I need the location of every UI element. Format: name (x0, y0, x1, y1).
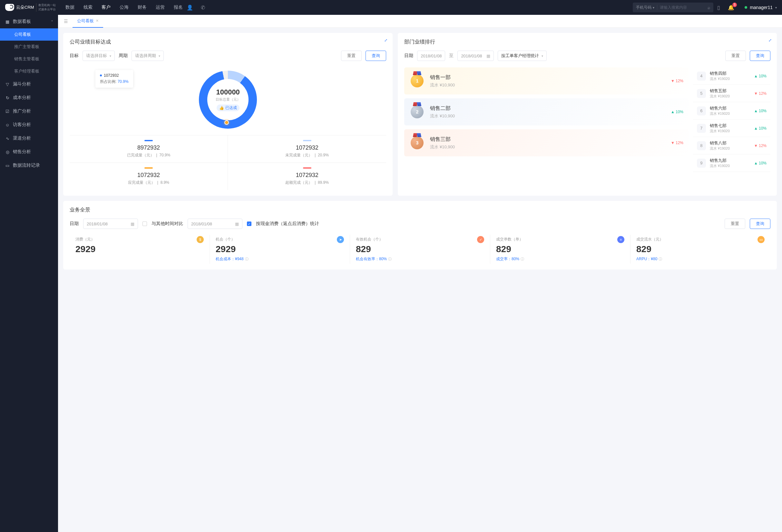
rank-row: 6销售六部流水 ¥19020▲10% (693, 102, 771, 119)
sidebar-item-icon: ▭ (5, 163, 10, 168)
department-ranking-card: ⤢ 部门业绩排行 日期 2018/01/08 至 2018/01/08▦ 按工单… (398, 33, 777, 196)
sidebar-item-1[interactable]: ↻成本分析 (0, 91, 58, 104)
user-icon[interactable]: 👤 (187, 4, 193, 11)
metric-card: $消费（元）2929 (70, 235, 210, 264)
sidebar-sub-0[interactable]: 公司看板 (0, 28, 58, 41)
goal-achievement-card: ⤢ 公司业绩目标达成 目标 请选择目标▾ 周期 请选择周期▾ 重置 查询 107… (63, 33, 393, 196)
sidebar-item-4[interactable]: ∿渠道分析 (0, 132, 58, 145)
notification-badge: 5 (732, 3, 737, 7)
reset-button[interactable]: 重置 (341, 50, 362, 61)
username: manager11 (750, 5, 773, 10)
metric-icon: ▭ (757, 236, 765, 243)
sidebar-item-icon: ∿ (5, 136, 10, 141)
sidebar-item-2[interactable]: ☑推广分析 (0, 104, 58, 118)
nav-item-2[interactable]: 客户 (102, 4, 111, 10)
compare-date-input[interactable]: 2018/01/08▦ (188, 219, 242, 229)
target-select[interactable]: 请选择目标▾ (82, 50, 115, 61)
search-input[interactable] (660, 5, 705, 10)
logo-title: 云朵CRM (16, 5, 34, 10)
nav-item-0[interactable]: 数据 (65, 4, 74, 10)
rank-row: 8销售八部流水 ¥19020▼12% (693, 137, 771, 154)
sidebar-item-5[interactable]: ◎销售分析 (0, 145, 58, 158)
compare-checkbox[interactable] (142, 221, 147, 226)
main-nav: 数据线索客户公海财务运营报名 (65, 4, 183, 10)
status-dot-icon (745, 6, 747, 9)
nav-item-4[interactable]: 财务 (138, 4, 147, 10)
delta-badge: ▲10% (754, 161, 767, 166)
help-icon[interactable]: ⓘ (659, 257, 662, 261)
search-box: 手机号码▾ ⌕ (633, 3, 713, 12)
cash-stat-checkbox[interactable]: ✓ (247, 221, 251, 226)
close-icon[interactable]: ✕ (96, 19, 99, 23)
stat-cell: 1072932未完成量（元） | 20.9% (228, 135, 386, 163)
sidebar-group-dashboard[interactable]: ▦ 数据看板 ˄ (0, 15, 58, 28)
medal-card-3: 3销售三部流水 ¥10,900▼12% (404, 129, 688, 156)
reset-button[interactable]: 重置 (725, 50, 746, 61)
logo[interactable]: 云朵CRM 教育机构一站 式服务云平台 (5, 3, 56, 11)
search-icon[interactable]: ⌕ (708, 5, 710, 10)
business-overview-card: 业务全景 日期 2018/01/08▦ 与其他时间对比 2018/01/08▦ … (63, 201, 777, 270)
donut-chart: 100000 目标总量（元） 👍已达成 (199, 71, 257, 129)
sidebar-sub-1[interactable]: 推广主管看板 (0, 41, 58, 53)
nav-item-3[interactable]: 公海 (119, 4, 129, 10)
query-button[interactable]: 查询 (365, 50, 386, 61)
chart-tooltip: 1072932 所占比例: 70.9% (96, 70, 133, 88)
nav-item-1[interactable]: 线索 (83, 4, 93, 10)
search-type-select[interactable]: 手机号码▾ (636, 5, 654, 10)
card-title: 业务全景 (70, 207, 771, 213)
sidebar-sub-2[interactable]: 销售主管看板 (0, 53, 58, 65)
help-icon[interactable]: ⓘ (521, 257, 524, 261)
sidebar-sub-3[interactable]: 客户经理看板 (0, 65, 58, 77)
metric-icon: ➤ (337, 236, 344, 243)
expand-icon[interactable]: ⤢ (384, 38, 387, 42)
main-content: ☰ 公司看板 ✕ ⤢ 公司业绩目标达成 目标 请选择目标▾ 周期 请选择周期▾ … (58, 15, 782, 532)
user-menu[interactable]: manager11 ▾ (745, 5, 777, 10)
delta-badge: ▼12% (754, 143, 767, 148)
rank-row: 9销售九部流水 ¥19020▲10% (693, 154, 771, 172)
delta-badge: ▼12% (671, 141, 683, 145)
sidebar-item-icon: ☺ (5, 122, 10, 127)
sidebar-item-icon: ☑ (5, 109, 10, 114)
chevron-up-icon: ˄ (51, 20, 53, 24)
delta-badge: ▲10% (754, 74, 767, 78)
stat-cell: 8972932已完成量（元） | 70.9% (70, 135, 228, 163)
help-icon[interactable]: ⓘ (245, 257, 249, 261)
mobile-icon[interactable]: ▯ (717, 4, 720, 11)
metric-icon: ≡ (617, 236, 625, 243)
metric-card: ≡成交单数（单）829成交率：80%ⓘ (490, 235, 631, 264)
expand-icon[interactable]: ⤢ (769, 38, 772, 42)
query-button[interactable]: 查询 (750, 50, 771, 61)
metric-icon: ✓ (477, 236, 484, 243)
metric-icon: $ (197, 236, 204, 243)
medal-icon: 2 (410, 104, 425, 119)
sidebar-item-icon: ▽ (5, 82, 10, 87)
reset-button[interactable]: 重置 (724, 219, 745, 229)
date-to-input[interactable]: 2018/01/08▦ (457, 50, 494, 61)
medal-icon: 3 (410, 135, 425, 150)
metric-card: ✓有效机会（个）829机会有效率：80%ⓘ (350, 235, 490, 264)
tab-company-dashboard[interactable]: 公司看板 ✕ (73, 15, 103, 28)
phone-icon[interactable]: ✆ (201, 4, 205, 11)
date-from-input[interactable]: 2018/01/08 (417, 50, 445, 61)
calendar-icon: ▦ (487, 54, 490, 58)
period-select[interactable]: 请选择周期▾ (132, 50, 164, 61)
sidebar-item-0[interactable]: ▽漏斗分析 (0, 77, 58, 91)
notification-icon[interactable]: 🔔5 (728, 4, 734, 11)
achieved-badge: 👍已达成 (217, 104, 240, 111)
overview-date-input[interactable]: 2018/01/08▦ (83, 219, 138, 229)
menu-toggle-icon[interactable]: ☰ (62, 19, 70, 24)
rank-row: 7销售七部流水 ¥19020▲10% (693, 119, 771, 137)
top-nav: 云朵CRM 教育机构一站 式服务云平台 数据线索客户公海财务运营报名 👤 ✆ 手… (0, 0, 782, 15)
sidebar-item-6[interactable]: ▭数据流转记录 (0, 158, 58, 172)
nav-item-5[interactable]: 运营 (156, 4, 165, 10)
stat-cell: 1072932超额完成（元） | 89.9% (228, 163, 386, 190)
medal-icon: 1 (410, 73, 425, 89)
group-by-select[interactable]: 按工单客户经理统计▾ (498, 50, 547, 61)
nav-item-6[interactable]: 报名 (174, 4, 183, 10)
query-button[interactable]: 查询 (750, 219, 771, 229)
chevron-down-icon: ▾ (775, 6, 777, 9)
card-title: 部门业绩排行 (404, 39, 771, 45)
help-icon[interactable]: ⓘ (388, 257, 392, 261)
metric-card: ➤机会（个）2929机会成本：¥948ⓘ (210, 235, 350, 264)
sidebar-item-3[interactable]: ☺访客分析 (0, 118, 58, 132)
